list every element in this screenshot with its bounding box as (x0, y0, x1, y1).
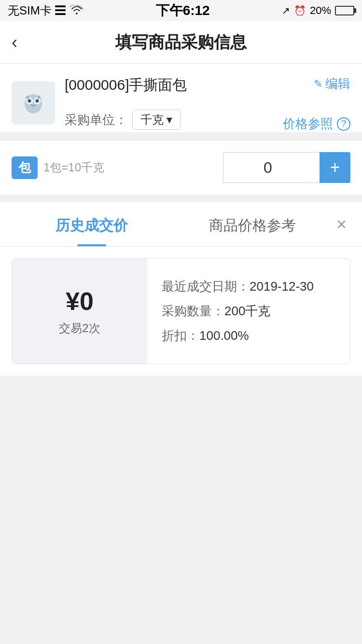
back-button[interactable]: ‹ (12, 32, 17, 53)
status-right: ↗ ⏰ 20% (282, 4, 354, 17)
history-price: ¥0 (66, 287, 94, 316)
quantity-row: 包 1包=10千克 + (0, 140, 362, 195)
unit-label: 采购单位： (65, 112, 127, 128)
purchase-quantity-label: 采购数量： (162, 304, 224, 318)
price-reference-button[interactable]: 价格参照 ? (283, 115, 350, 132)
nav-bar: ‹ 填写商品采购信息 (0, 21, 362, 64)
price-value: 0 (80, 287, 94, 315)
product-card: [0000006]手撕面包 采购单位： 千克 ▾ ✎ 编辑 价格参照 ? (0, 64, 362, 132)
quantity-label: 包 1包=10千克 (12, 156, 104, 179)
history-price-column: ¥0 交易2次 (12, 259, 147, 364)
purchase-quantity-row: 采购数量：200千克 (162, 303, 335, 320)
product-id: [0000006] (65, 77, 129, 93)
bottom-area (0, 376, 362, 644)
product-thumbnail (12, 81, 55, 125)
quantity-controls: + (223, 152, 350, 183)
currency-symbol: ¥ (66, 287, 80, 315)
quantity-input[interactable] (223, 152, 320, 183)
edit-button[interactable]: ✎ 编辑 (314, 75, 350, 92)
trade-count: 交易2次 (59, 321, 100, 336)
discount-value: 100.00% (199, 328, 249, 343)
tab-price-reference[interactable]: 商品价格参考 (172, 202, 332, 246)
tabs-section: 历史成交价 商品价格参考 × ¥0 交易2次 最近成交日期：2019-12-30… (0, 202, 362, 376)
recent-date-label: 最近成交日期： (162, 279, 250, 294)
purchase-quantity-value: 200千克 (224, 304, 270, 318)
history-detail-column: 最近成交日期：2019-12-30 采购数量：200千克 折扣：100.00% (147, 259, 350, 364)
recent-date-value: 2019-12-30 (250, 279, 314, 294)
tab-close-button[interactable]: × (333, 214, 350, 235)
product-info: [0000006]手撕面包 采购单位： 千克 ▾ (65, 75, 187, 130)
status-bar: 无SIM卡 ☰ 下午6:12 ↗ ⏰ 20% (0, 0, 362, 21)
unit-select[interactable]: 千克 ▾ (132, 110, 181, 130)
discount-label: 折扣： (162, 328, 199, 343)
product-title: 手撕面包 (129, 77, 187, 93)
svg-point-5 (28, 100, 30, 102)
status-time: 下午6:12 (156, 1, 210, 20)
carrier-text: 无SIM卡 ☰ (8, 3, 66, 18)
wifi-icon (70, 4, 84, 17)
battery-percent: 20% (310, 4, 331, 17)
unit-conversion: 1包=10千克 (43, 160, 104, 175)
tabs-bar: 历史成交价 商品价格参考 × (0, 202, 362, 247)
product-header: [0000006]手撕面包 采购单位： 千克 ▾ ✎ 编辑 价格参照 ? (12, 75, 350, 132)
help-icon: ? (337, 117, 350, 131)
discount-row: 折扣：100.00% (162, 327, 335, 344)
price-ref-label: 价格参照 (283, 115, 333, 132)
product-unit-row: 采购单位： 千克 ▾ (65, 110, 187, 130)
unit-dropdown-icon: ▾ (167, 113, 172, 126)
tab-history-price[interactable]: 历史成交价 (12, 202, 172, 246)
edit-label: 编辑 (325, 75, 350, 92)
edit-icon: ✎ (314, 78, 322, 90)
svg-point-6 (36, 100, 38, 102)
history-card: ¥0 交易2次 最近成交日期：2019-12-30 采购数量：200千克 折扣：… (12, 258, 350, 364)
quantity-plus-button[interactable]: + (320, 152, 350, 183)
product-name: [0000006]手撕面包 (65, 75, 187, 95)
page-title: 填写商品采购信息 (115, 31, 247, 54)
owl-icon (20, 89, 47, 116)
unit-box: 包 (12, 156, 38, 179)
recent-date-row: 最近成交日期：2019-12-30 (162, 278, 335, 295)
battery-icon (335, 6, 354, 15)
alarm-icon: ⏰ (294, 5, 306, 16)
history-content: ¥0 交易2次 最近成交日期：2019-12-30 采购数量：200千克 折扣：… (0, 247, 362, 376)
status-left: 无SIM卡 ☰ (8, 3, 84, 18)
unit-value: 千克 (140, 112, 164, 127)
product-left: [0000006]手撕面包 采购单位： 千克 ▾ (12, 75, 187, 130)
location-icon: ↗ (282, 5, 290, 16)
